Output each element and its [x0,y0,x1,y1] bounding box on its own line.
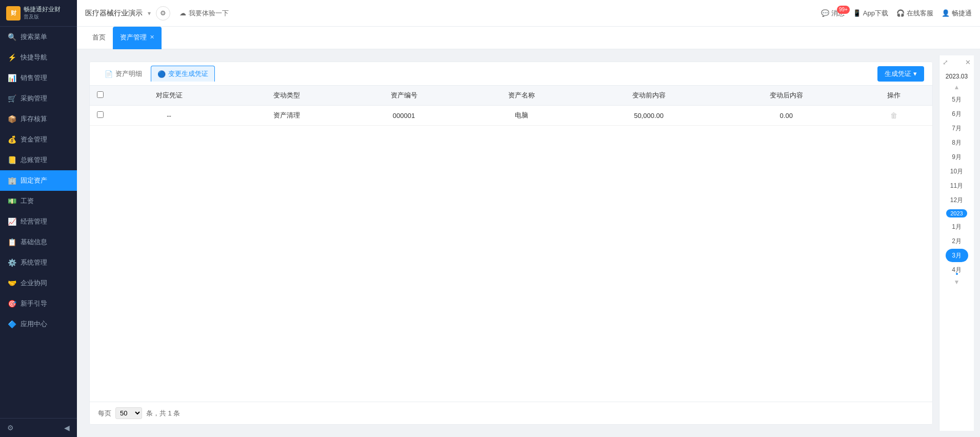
table-cell-op-0: 🗑 [855,106,932,126]
row-checkbox-0[interactable] [97,111,104,118]
sales-icon: 📊 [7,74,16,82]
basic-icon: 📋 [7,238,16,246]
calendar-up-arrow[interactable]: ▲ [951,82,963,92]
app-download-button[interactable]: 📱 App下载 [853,9,888,18]
cal-month-7月[interactable]: 7月 [946,122,968,135]
total-label: 条，共 1 条 [146,409,180,418]
user-label: 畅捷通 [952,9,972,18]
tabbar: 首页资产管理✕ [77,27,980,49]
sidebar-item-quicknav[interactable]: ⚡ 快捷导航 [0,47,77,68]
tab-close-assets[interactable]: ✕ [150,34,154,41]
logo-text: 畅捷通好业财 [24,6,61,14]
sidebar-footer: ⚙ ◀ [0,418,77,437]
inventory-icon: 📦 [7,115,16,123]
service-label: 在线客服 [907,9,933,18]
sidebar-label-system: 系统管理 [21,258,47,267]
sidebar-label-ledger: 总账管理 [21,155,47,165]
cal-month-10月[interactable]: 10月 [946,165,968,178]
settings-icon[interactable]: ⚙ [7,424,14,432]
sidebar-label-fund: 资金管理 [21,135,47,144]
apps-icon: 🔷 [7,320,16,328]
logo-sub: 普及版 [24,13,61,21]
sidebar-item-assets[interactable]: 🏢 固定资产 [0,170,77,191]
cal-month-5月[interactable]: 5月 [946,93,968,106]
tab-home[interactable]: 首页 [85,27,113,49]
sidebar-item-sales[interactable]: 📊 销售管理 [0,68,77,88]
calendar-year-badge[interactable]: 2023 [946,209,967,217]
sidebar-menu: 🔍 搜索菜单 ⚡ 快捷导航 📊 销售管理 🛒 采购管理 📦 库存核算 💰 资金管… [0,27,77,418]
inner-tab-detail[interactable]: 📄资产明细 [98,66,149,82]
inner-tab-voucher[interactable]: 🔵变更生成凭证 [151,66,215,82]
sidebar-item-salary[interactable]: 💵 工资 [0,191,77,211]
delete-row-0-button[interactable]: 🗑 [890,111,897,120]
cal-month-12月[interactable]: 12月 [946,193,968,207]
cal-month-3月[interactable]: 3月 [946,249,968,262]
quicknav-icon: ⚡ [7,53,16,62]
sidebar-item-guide[interactable]: 🎯 新手引导 [0,293,77,314]
cal-month-11月[interactable]: 11月 [946,179,968,192]
topbar-gear-button[interactable]: ⚙ [156,6,170,21]
calendar-panel: ✕ ⤢ 2023.03 ▲ 5月6月7月8月9月10月11月12月 2023 1… [939,55,974,431]
search-icon: 🔍 [7,33,16,41]
experience-button[interactable]: ☁ 我要体验一下 [179,9,229,18]
table-col-4: 变动前内容 [580,86,717,106]
sidebar-label-assets: 固定资产 [21,176,47,185]
sidebar-item-system[interactable]: ⚙️ 系统管理 [0,252,77,273]
assets-table: 对应凭证变动类型资产编号资产名称变动前内容变动后内容操作 --资产清理00000… [90,86,932,126]
cal-month-1月[interactable]: 1月 [946,220,968,233]
guide-icon: 🎯 [7,300,16,308]
pagination: 每页 102050100 条，共 1 条 [90,402,932,424]
generate-voucher-button[interactable]: 生成凭证▾ [877,66,924,82]
table-cell-0-0: -- [110,106,228,126]
service-icon: 🎧 [896,9,905,17]
table-cell-0-2: 000001 [345,106,463,126]
sidebar-logo: 财 畅捷通好业财 普及版 [0,0,77,27]
user-button[interactable]: 👤 畅捷通 [942,9,972,18]
cal-month-6月[interactable]: 6月 [946,107,968,121]
fund-icon: 💰 [7,135,16,144]
table-cell-0-3: 电脑 [463,106,580,126]
generate-label: 生成凭证 [885,69,911,78]
topbar-arrow-icon[interactable]: ▾ [148,10,151,17]
service-button[interactable]: 🎧 在线客服 [896,9,933,18]
sidebar-label-basic: 基础信息 [21,237,47,247]
sidebar-item-purchase[interactable]: 🛒 采购管理 [0,88,77,109]
sidebar-item-basic[interactable]: 📋 基础信息 [0,232,77,252]
logo-icon: 财 [6,6,21,21]
sidebar-item-inventory[interactable]: 📦 库存核算 [0,109,77,129]
inner-tab-icon-voucher: 🔵 [157,70,166,78]
main-area: 医疗器械行业演示 ▾ ⚙ ☁ 我要体验一下 💬 消息 99+ 📱 App下载 🎧… [77,0,980,437]
table-col-0: 对应凭证 [110,86,228,106]
per-page-select[interactable]: 102050100 [115,407,142,419]
message-button[interactable]: 💬 消息 99+ [821,9,845,18]
calendar-down-arrow[interactable]: ▼ [951,277,963,287]
sidebar-item-cooperation[interactable]: 🤝 企业协同 [0,273,77,293]
cal-month-8月[interactable]: 8月 [946,136,968,149]
calendar-expand-button[interactable]: ⤢ [943,58,948,66]
cal-month-4月[interactable]: 4月 [946,263,968,276]
cal-month-9月[interactable]: 9月 [946,150,968,164]
sidebar-item-ledger[interactable]: 📒 总账管理 [0,150,77,170]
chevron-down-icon: ▾ [913,70,917,77]
sidebar-label-cooperation: 企业协同 [21,279,47,288]
collapse-icon[interactable]: ◀ [64,424,70,432]
sidebar-item-fund[interactable]: 💰 资金管理 [0,129,77,150]
topbar: 医疗器械行业演示 ▾ ⚙ ☁ 我要体验一下 💬 消息 99+ 📱 App下载 🎧… [77,0,980,27]
main-content: 📄资产明细🔵变更生成凭证生成凭证▾ 对应凭证变动类型资产编号资产名称变动前内容变… [89,62,933,425]
table-row: --资产清理000001电脑50,000.000.00🗑 [90,106,932,126]
table-col-6: 操作 [855,86,932,106]
select-all-checkbox[interactable] [97,91,104,98]
calendar-close-button[interactable]: ✕ [965,58,971,66]
purchase-icon: 🛒 [7,94,16,103]
sidebar-label-business: 经营管理 [21,217,47,226]
salary-icon: 💵 [7,197,16,205]
sidebar-item-business[interactable]: 📈 经营管理 [0,211,77,232]
sidebar-item-apps[interactable]: 🔷 应用中心 [0,314,77,334]
table-cell-0-5: 0.00 [717,106,855,126]
sidebar-item-search[interactable]: 🔍 搜索菜单 [0,27,77,47]
table-cell-0-1: 资产清理 [228,106,345,126]
tab-assets[interactable]: 资产管理✕ [113,27,162,49]
sidebar-label-inventory: 库存核算 [21,114,47,124]
cal-month-2月[interactable]: 2月 [946,234,968,248]
sidebar-label-purchase: 采购管理 [21,94,47,103]
